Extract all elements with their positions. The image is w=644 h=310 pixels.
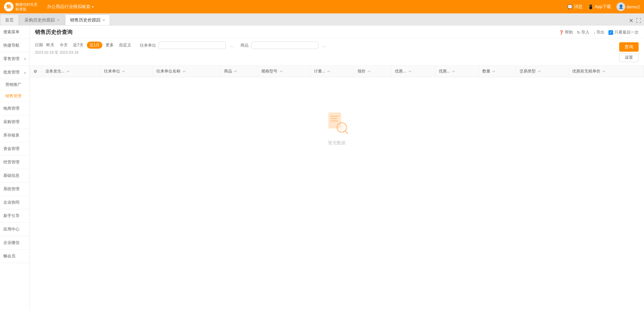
- empty-state: 暂无数据: [30, 77, 644, 178]
- date-btn-7days[interactable]: 近7天: [71, 42, 86, 49]
- partner-input[interactable]: [159, 42, 226, 49]
- sort-icons: ▴▾: [280, 70, 282, 73]
- th-goods[interactable]: 商品 ▴▾: [220, 66, 258, 77]
- tab-sales-history[interactable]: 销售历史价跟踪 ×: [65, 14, 110, 25]
- sidebar-label-enterprise-wechat: 企业微信: [3, 240, 26, 246]
- sidebar-item-quick-nav[interactable]: 快捷导航: [0, 39, 29, 52]
- sort-icons: ▴▾: [183, 70, 185, 73]
- sidebar-item-wholesale[interactable]: 批发管理 ▴: [0, 66, 29, 79]
- svg-line-5: [345, 131, 348, 134]
- export-icon: ↓: [593, 30, 595, 35]
- table-container: ⚙ 业务发生... ▴▾ 往来单位 ▴▾ 往来单位名称 ▴▾: [30, 66, 644, 310]
- sort-icons: ▴▾: [602, 70, 605, 73]
- svg-rect-1: [330, 116, 339, 117]
- date-btn-more[interactable]: 更多: [104, 42, 116, 49]
- date-range-text: 2023-02-18 至 2023-03-18: [35, 50, 133, 55]
- partner-ellipsis-button[interactable]: ...: [230, 43, 234, 48]
- date-filter-group: 日期 昨天 今天 近7天 近1月 更多 自定义 2023-02-18 至 202…: [35, 42, 133, 55]
- help-button[interactable]: ❓ 帮助: [559, 30, 573, 35]
- chevron-down-icon: ▾: [92, 5, 94, 9]
- header-right: 💬 消息 📱 App下载 👤 demo2: [567, 2, 640, 11]
- chevron-up-icon: ▴: [24, 70, 26, 74]
- sidebar-item-ecommerce[interactable]: 电商管理: [0, 102, 29, 115]
- app-download-button[interactable]: 📱 App下载: [588, 4, 611, 10]
- th-unit[interactable]: 计量... ▴▾: [310, 66, 354, 77]
- page-title-bar: 销售历史价查询 ❓ 帮助 ↻ 导入 ↓ 导出 ✓ 只看最后一次: [30, 25, 644, 38]
- sidebar-item-system[interactable]: 系统管理: [0, 183, 29, 196]
- th-qty[interactable]: 数量 ▴▾: [479, 66, 516, 77]
- date-btn-today[interactable]: 今天: [58, 42, 70, 49]
- sidebar-label-app-center: 应用中心: [3, 226, 26, 232]
- sidebar-item-basic-info[interactable]: 基础信息: [0, 169, 29, 183]
- help-icon: ❓: [559, 30, 564, 35]
- close-tab-icon[interactable]: ✕: [629, 17, 633, 24]
- sidebar-item-app-center[interactable]: 应用中心: [0, 223, 29, 236]
- user-area[interactable]: 👤 demo2: [616, 2, 640, 11]
- sidebar-item-enterprise[interactable]: 企业协同: [0, 196, 29, 209]
- export-button[interactable]: ↓ 导出: [593, 30, 604, 35]
- avatar: 👤: [616, 2, 625, 11]
- sidebar-item-sales-mgmt[interactable]: 销售管理: [0, 91, 29, 102]
- import-button[interactable]: ↻ 导入: [577, 30, 589, 35]
- settings-button[interactable]: 设置: [619, 53, 639, 62]
- tab-purchase-history[interactable]: 采购历史价跟踪 ×: [19, 14, 64, 25]
- date-label: 日期: [35, 42, 43, 48]
- sidebar-item-purchase[interactable]: 采购管理: [0, 115, 29, 129]
- th-discount2[interactable]: 优惠... ▴▾: [435, 66, 479, 77]
- th-pre-tax-price[interactable]: 优惠前无税单价 ▴▾: [569, 66, 644, 77]
- maximize-icon[interactable]: ⛶: [636, 18, 641, 24]
- logo-text: 畅捷信好生意 标准版: [15, 2, 38, 12]
- tab-bar: 首页 采购历史价跟踪 × 销售历史价跟踪 × ✕ ⛶: [0, 13, 644, 25]
- page-actions: ❓ 帮助 ↻ 导入 ↓ 导出 ✓ 只看最后一次: [559, 30, 639, 35]
- tab-home-label: 首页: [5, 17, 14, 23]
- chat-icon: 💬: [567, 4, 573, 9]
- sort-icons: ▴▾: [368, 70, 370, 73]
- date-row: 日期 昨天 今天 近7天 近1月 更多 自定义: [35, 42, 133, 49]
- th-gear[interactable]: ⚙: [30, 66, 42, 77]
- logo-area: 畅 畅捷信好生意 标准版: [4, 2, 38, 12]
- th-trade-type[interactable]: 交易类型 ▴▾: [516, 66, 569, 77]
- tab-purchase-close-icon[interactable]: ×: [57, 18, 59, 22]
- sort-icons: ▴▾: [492, 70, 495, 73]
- chat-button[interactable]: 💬 消息: [567, 4, 583, 10]
- filter-section: 日期 昨天 今天 近7天 近1月 更多 自定义 2023-02-18 至 202…: [30, 38, 644, 66]
- date-btn-1month[interactable]: 近1月: [87, 42, 103, 49]
- th-spec[interactable]: 规格型号 ▴▾: [258, 66, 311, 77]
- sidebar-label-quick-nav: 快捷导航: [3, 43, 26, 48]
- date-btn-custom[interactable]: 自定义: [117, 42, 133, 49]
- date-shortcuts: 昨天 今天 近7天 近1月 更多 自定义: [44, 42, 133, 49]
- sidebar-item-inventory[interactable]: 库存核算: [0, 129, 29, 142]
- sidebar-item-finance[interactable]: 资金管理: [0, 142, 29, 156]
- checkbox-checked-icon: ✓: [608, 30, 613, 35]
- sidebar-label-basic-info: 基础信息: [3, 173, 26, 178]
- tab-sales-close-icon[interactable]: ×: [103, 18, 105, 22]
- sidebar-item-enterprise-wechat[interactable]: 企业微信: [0, 236, 29, 250]
- th-partner-id[interactable]: 往来单位 ▴▾: [100, 66, 153, 77]
- data-table: ⚙ 业务发生... ▴▾ 往来单位 ▴▾ 往来单位名称 ▴▾: [30, 66, 644, 77]
- page-title: 销售历史价查询: [35, 29, 72, 36]
- goods-input[interactable]: [251, 42, 318, 49]
- sidebar-item-marketing[interactable]: 营销推广: [0, 79, 29, 91]
- header-left: 畅 畅捷信好生意 标准版 办公用品行业模拟账套 ▾: [4, 2, 94, 12]
- import-icon: ↻: [577, 30, 580, 35]
- goods-ellipsis-button[interactable]: ...: [322, 43, 326, 48]
- sidebar-item-member[interactable]: 畅会员: [0, 250, 29, 263]
- partner-filter-group: 往来单位 ...: [140, 42, 234, 49]
- th-discount1[interactable]: 优惠... ▴▾: [391, 66, 435, 77]
- date-btn-yesterday[interactable]: 昨天: [44, 42, 56, 49]
- th-quote[interactable]: 报价 ▴▾: [354, 66, 391, 77]
- sidebar-item-search-menu[interactable]: 搜索菜单: [0, 25, 29, 39]
- empty-text: 暂无数据: [328, 140, 345, 146]
- app-title-area[interactable]: 办公用品行业模拟账套 ▾: [47, 4, 94, 10]
- query-button[interactable]: 查询: [619, 42, 639, 52]
- th-biz-date[interactable]: 业务发生... ▴▾: [42, 66, 100, 77]
- sidebar-item-operations[interactable]: 经营管理: [0, 156, 29, 169]
- tab-home[interactable]: 首页: [0, 14, 19, 25]
- app-icon: 📱: [588, 4, 593, 9]
- gear-icon[interactable]: ⚙: [34, 69, 37, 74]
- th-partner-name[interactable]: 往来单位名称 ▴▾: [153, 66, 221, 77]
- only-last-checkbox[interactable]: ✓ 只看最后一次: [608, 30, 639, 35]
- goods-label: 商品: [240, 43, 249, 48]
- sidebar-item-retail[interactable]: 零售管理 ▾: [0, 52, 29, 66]
- sidebar-item-guide[interactable]: 新手引导: [0, 209, 29, 223]
